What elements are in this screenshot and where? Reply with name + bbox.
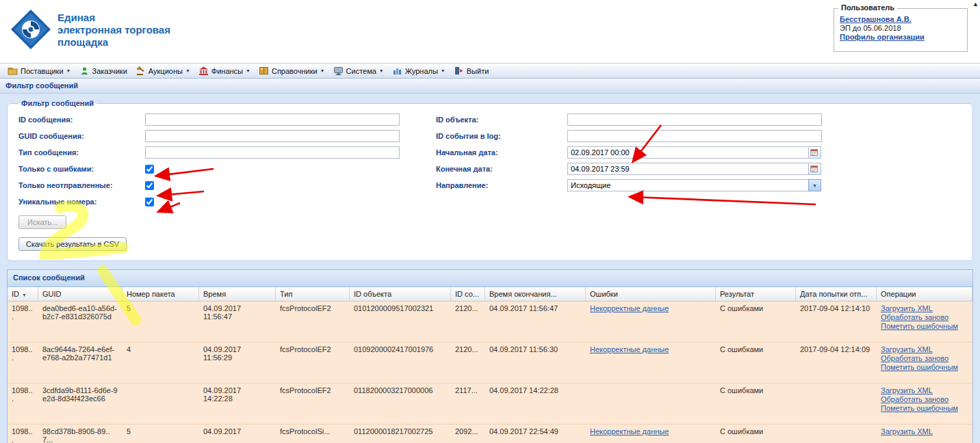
error-details-link[interactable]: Некорректные данные: [590, 304, 669, 312]
menu-item-exit[interactable]: Выйти: [450, 64, 494, 77]
operation-link[interactable]: Загрузить XML: [881, 345, 968, 353]
search-button[interactable]: Искать...: [18, 215, 66, 229]
object-id-input-row: ID объекта:: [436, 111, 962, 128]
cell-result: С ошибками: [716, 343, 796, 383]
column-header-label: ID: [12, 290, 19, 298]
log-event-id-input-label: ID события в log:: [436, 132, 567, 140]
column-header-10[interactable]: Дата попытки отп...: [796, 287, 877, 301]
operation-link[interactable]: Обработать заново: [881, 354, 968, 362]
menu-item-label: Заказчики: [92, 67, 127, 75]
message-guid-input-label: GUID сообщения:: [18, 132, 145, 140]
operation-link[interactable]: Обработать заново: [881, 313, 968, 321]
cell-time: 04.09.2017 11:56:29: [199, 343, 276, 383]
scroll-up-arrow[interactable]: ▲: [972, 1, 979, 8]
direction-combo[interactable]: [567, 179, 809, 191]
object-id-input[interactable]: [567, 113, 822, 126]
download-csv-button[interactable]: Скачать результаты в CSV: [18, 237, 127, 251]
message-id-input[interactable]: [145, 113, 400, 126]
menu-item-customers[interactable]: Заказчики: [76, 64, 132, 77]
column-header-4[interactable]: Тип: [276, 287, 350, 301]
operation-link[interactable]: Пометить ошибочным: [881, 322, 968, 330]
cell-attempt_date: 2017-09-04 12:14:09: [796, 343, 877, 383]
column-header-label: Результат: [720, 290, 754, 298]
message-type-input-label: Тип сообщения:: [18, 148, 145, 157]
log-event-id-input[interactable]: [567, 130, 822, 142]
company-logo-icon: [10, 8, 52, 52]
unique-numbers-checkbox[interactable]: [145, 198, 154, 206]
operation-link[interactable]: Пометить ошибочным: [881, 404, 968, 412]
column-header-8[interactable]: Ошибки: [586, 287, 716, 301]
filter-panel: Фильтр сообщений ID сообщения:GUID сообщ…: [7, 99, 973, 261]
operation-link[interactable]: Загрузить XML: [881, 427, 968, 435]
cell-id_so: 2092...: [451, 425, 485, 443]
calendar-icon[interactable]: [808, 163, 821, 175]
cell-id: 1098...: [8, 384, 38, 424]
chevron-down-icon: ▼: [320, 68, 325, 73]
main-menu: Поставщики▼ЗаказчикиАукционы▼Финансы▼Спр…: [0, 63, 980, 79]
column-header-label: GUID: [42, 290, 62, 298]
menu-item-suppliers[interactable]: Поставщики▼: [4, 64, 76, 77]
column-header-label: ID со...: [455, 290, 479, 298]
menu-item-label: Справочники: [272, 67, 318, 75]
cell-end_time: 04.09.2017 11:56:30: [485, 343, 586, 383]
cert-validity-text: ЭП до 05.06.2018: [840, 24, 962, 32]
column-header-5[interactable]: ID объекта: [350, 287, 451, 301]
start-date-input[interactable]: [567, 146, 809, 159]
only-unsent-checkbox-row: Только неотправленные:: [18, 177, 436, 193]
message-guid-input[interactable]: [145, 130, 400, 142]
column-header-6[interactable]: ID со...: [451, 287, 485, 301]
table-row[interactable]: 1098...8ac9644a-7264-e6ef-e768-a2b2a7747…: [8, 343, 972, 384]
error-details-link[interactable]: Некорректные данные: [590, 345, 669, 353]
table-row[interactable]: 1098...dea0bed6-ea10-a56d-b2c7-e831d3260…: [8, 301, 972, 343]
column-header-label: Ошибки: [590, 290, 618, 298]
operation-link[interactable]: Загрузить XML: [881, 304, 968, 312]
menu-item-auctions[interactable]: Аукционы▼: [132, 64, 195, 77]
operation-link[interactable]: Загрузить XML: [881, 386, 968, 394]
column-header-label: ID объекта: [354, 290, 391, 298]
system-icon: [333, 66, 344, 76]
chevron-down-icon: ▼: [379, 68, 384, 73]
menu-item-directories[interactable]: Справочники▼: [255, 64, 330, 77]
only-errors-checkbox-label: Только с ошибками:: [18, 165, 145, 173]
operation-link[interactable]: Обработать заново: [881, 395, 968, 403]
menu-item-journals[interactable]: Журналы▼: [389, 64, 450, 77]
menu-item-finances[interactable]: Финансы▼: [195, 64, 255, 77]
cell-type: fcsProtocolEF2: [276, 343, 350, 383]
cell-object_id: 0109200002417001976: [350, 343, 451, 383]
table-row[interactable]: 1098...3cdfda9b-8111-6d6e-9e2d-8d34f423e…: [8, 384, 972, 425]
column-header-3[interactable]: Время: [199, 287, 276, 301]
column-header-9[interactable]: Результат: [716, 287, 796, 301]
error-details-link[interactable]: Некорректные данные: [590, 427, 669, 435]
message-type-input[interactable]: [145, 146, 400, 159]
column-header-0[interactable]: ID▼: [8, 287, 38, 301]
operation-link[interactable]: Пометить ошибочным: [881, 363, 968, 371]
only-errors-checkbox-row: Только с ошибками:: [18, 161, 436, 177]
menu-item-system[interactable]: Система▼: [330, 64, 389, 77]
message-guid-input-row: GUID сообщения:: [18, 128, 436, 144]
user-name-link[interactable]: Бесстрашнова А.В.: [840, 15, 962, 23]
calendar-icon[interactable]: [808, 146, 821, 159]
table-row[interactable]: 1098...98cd378b-8905-89..7...504.09.2017…: [8, 425, 972, 443]
combo-dropdown-icon[interactable]: ▼: [808, 179, 821, 191]
org-profile-link[interactable]: Профиль организации: [840, 33, 962, 41]
column-header-2[interactable]: Номер пакета: [122, 287, 199, 301]
cell-packet: 4: [122, 343, 199, 383]
cell-type: fcsProtocolEF2: [276, 384, 350, 424]
grid-body: 1098...dea0bed6-ea10-a56d-b2c7-e831d3260…: [8, 301, 972, 443]
column-header-7[interactable]: Время окончания...: [485, 287, 586, 301]
grid-header-row: ID▼GUIDНомер пакетаВремяТипID объектаID …: [8, 287, 972, 301]
end-date-input-label: Конечная дата:: [436, 165, 567, 173]
finances-icon: [198, 66, 209, 76]
end-date-input[interactable]: [567, 163, 809, 175]
column-header-1[interactable]: GUID: [38, 287, 122, 301]
cell-packet: 5: [122, 301, 199, 342]
user-panel-title: Пользователь: [838, 3, 897, 12]
column-header-11[interactable]: Операции: [877, 287, 972, 301]
menu-item-label: Журналы: [405, 67, 438, 75]
cell-attempt_date: 2017-09-04 12:14:10: [796, 301, 877, 342]
cell-attempt_date: [796, 384, 877, 424]
cell-object_id: 0112000018217002725: [350, 425, 451, 443]
only-unsent-checkbox[interactable]: [145, 181, 154, 190]
direction-combo-row: Направление:▼: [436, 177, 962, 193]
only-errors-checkbox[interactable]: [145, 165, 154, 174]
